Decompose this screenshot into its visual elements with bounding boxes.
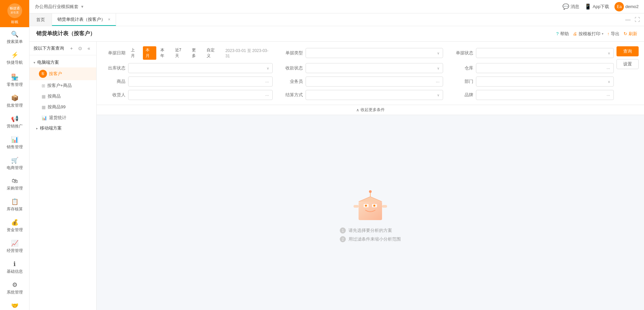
payment-status-label: 收款状态 <box>279 65 303 71</box>
date-range-text: 2023-03-01 至 2023-03-31 <box>225 48 273 58</box>
desktop-group-arrow: ▾ <box>34 61 35 64</box>
maximize-tab-btn[interactable]: ⛶ <box>635 17 640 23</box>
sidebar-item-retail[interactable]: 🏪 零售管理 <box>0 70 29 91</box>
empty-illustration <box>350 183 390 223</box>
export-btn[interactable]: ↑ 导出 <box>607 31 620 37</box>
svg-text:畅捷通: 畅捷通 <box>10 6 20 10</box>
delivery-select[interactable]: ∨ <box>128 63 273 73</box>
payment-method-arrow: ∨ <box>437 93 439 97</box>
dept-label: 部门 <box>450 79 473 85</box>
order-status-arrow: ∨ <box>608 51 610 55</box>
order-status-select[interactable]: ∨ <box>476 48 614 58</box>
download-icon: 📱 <box>585 3 591 10</box>
warehouse-input[interactable]: ··· <box>476 63 614 73</box>
industry-dropdown-icon[interactable]: ▾ <box>81 4 84 9</box>
tree-item-by-goods[interactable]: ▦ 按商品 <box>30 91 96 102</box>
order-type-arrow: ∨ <box>437 51 439 55</box>
payment-method-label: 结算方式 <box>279 92 303 98</box>
help-btn[interactable]: ? 帮助 <box>556 31 569 37</box>
sidebar-item-system[interactable]: ⚙ 系统管理 <box>0 278 29 299</box>
date-tab-custom[interactable]: 自定义 <box>204 46 221 60</box>
tab-close-btn[interactable]: × <box>108 17 110 22</box>
tree-item-customer-goods[interactable]: ⊞ 按客户+商品 <box>30 80 96 91</box>
sidebar-item-search[interactable]: 🔍 搜索菜单 <box>0 27 29 48</box>
date-tab-this-year[interactable]: 本年 <box>158 46 171 60</box>
query-button[interactable]: 查询 <box>616 46 639 56</box>
scheme-settings-btn[interactable]: ⊙ <box>77 45 84 52</box>
brand-label: 品牌 <box>450 92 473 98</box>
sidebar-item-marketing[interactable]: 📢 营销推广 <box>0 112 29 133</box>
order-type-select[interactable]: ∨ <box>306 48 443 58</box>
sidebar-item-label: 系统管理 <box>7 290 23 295</box>
tree-desktop-group-header[interactable]: ▾ 电脑端方案 <box>30 57 96 67</box>
logo-area[interactable]: 畅捷通 好生意 标账 <box>0 0 29 27</box>
warehouse-cell: 仓库 ··· <box>443 63 614 73</box>
order-type-label: 单据类型 <box>279 50 303 56</box>
warehouse-dots: ··· <box>606 66 610 71</box>
refresh-btn[interactable]: ↻ 刷新 <box>624 31 637 37</box>
svg-marker-4 <box>359 197 382 202</box>
goods-input[interactable]: ··· <box>128 76 273 87</box>
payment-status-select[interactable]: ∨ <box>306 63 443 73</box>
tab-bar: 首页 销货单统计表（按客户） × — ⛶ <box>30 13 644 26</box>
tree-item-by-goods99[interactable]: ▦ 按商品99 <box>30 102 96 112</box>
date-tab-7days[interactable]: 近7天 <box>172 46 188 60</box>
date-tab-more[interactable]: 更多 <box>189 46 203 60</box>
sidebar-item-collab[interactable]: 🤝 企业协同 <box>0 299 29 310</box>
receiver-cell: 收货人 ··· <box>102 90 273 100</box>
goods-dots: ··· <box>265 79 269 84</box>
tree-item-return-stats[interactable]: 📊 退货统计 <box>30 112 96 123</box>
staff-input[interactable]: ··· <box>306 76 443 87</box>
operations-icon: 📈 <box>11 240 18 247</box>
sidebar-item-wholesale[interactable]: 📦 批发管理 <box>0 91 29 112</box>
svg-point-10 <box>373 205 375 207</box>
tree-item-by-customer[interactable]: 客 按客户 <box>30 67 96 80</box>
receiver-input[interactable]: ··· <box>128 90 273 100</box>
sidebar-item-basics[interactable]: ℹ 基础信息 <box>0 257 29 278</box>
sidebar-item-inventory[interactable]: 📋 库存核算 <box>0 195 29 215</box>
ecommerce-icon: 🛒 <box>11 157 18 164</box>
sidebar-item-quick-nav[interactable]: ⚡ 快捷导航 <box>0 48 29 69</box>
receiver-dots: ··· <box>265 93 269 98</box>
sidebar-item-sales[interactable]: 📊 销售管理 <box>0 133 29 153</box>
collapse-panel-btn[interactable]: « <box>86 45 92 52</box>
svg-rect-13 <box>354 205 359 208</box>
system-icon: ⚙ <box>12 281 17 289</box>
app-download-label: App下载 <box>593 4 609 10</box>
sidebar-item-purchase[interactable]: 🛍 采购管理 <box>0 174 29 195</box>
basics-icon: ℹ <box>13 260 16 268</box>
user-area[interactable]: Ea demo2 <box>614 2 639 11</box>
tab-home[interactable]: 首页 <box>30 13 52 26</box>
tree-mobile-group-header[interactable]: ▸ 移动端方案 <box>30 123 96 133</box>
customer-goods-icon: ⊞ <box>42 83 45 88</box>
collapse-bar[interactable]: ∧ 收起更多条件 <box>97 105 644 115</box>
date-tab-last-month[interactable]: 上月 <box>128 46 142 60</box>
payment-method-cell: 结算方式 ∨ <box>273 90 443 100</box>
app-download-btn[interactable]: 📱 App下载 <box>585 3 609 10</box>
mobile-group-label: 移动端方案 <box>40 125 62 131</box>
dept-cell: 部门 ∨ <box>443 76 614 87</box>
add-scheme-btn[interactable]: + <box>68 45 75 52</box>
print-btn[interactable]: 🖨 按模板打印 ▾ <box>573 31 603 37</box>
sidebar-item-finance[interactable]: 💰 资金管理 <box>0 215 29 236</box>
dept-select[interactable]: ∨ <box>476 76 614 87</box>
date-tab-this-month[interactable]: 本月 <box>143 46 156 60</box>
sidebar-item-ecommerce[interactable]: 🛒 电商管理 <box>0 153 29 174</box>
payment-status-cell: 收款状态 ∨ <box>273 63 443 73</box>
empty-hint-1: 1 请先选择要分析的方案 <box>340 227 401 234</box>
brand-input[interactable]: ··· <box>476 90 614 100</box>
order-type-cell: 单据类型 ∨ <box>273 48 443 58</box>
minimize-tab-btn[interactable]: — <box>625 17 631 23</box>
sidebar-item-label: 资金管理 <box>7 227 23 233</box>
page-title: 销货单统计表（按客户） <box>36 30 95 37</box>
tree-item-label: 退货统计 <box>49 115 66 121</box>
collapse-icon: ∧ <box>356 108 359 112</box>
message-btn[interactable]: 💬 消息 <box>562 3 579 10</box>
panel-header: 按以下方案查询 + ⊙ « <box>30 42 96 55</box>
payment-method-select[interactable]: ∨ <box>306 90 443 100</box>
tab-active[interactable]: 销货单统计表（按客户） × <box>52 13 116 26</box>
hint-2-num: 2 <box>340 236 346 242</box>
settings-button[interactable]: 设置 <box>616 59 639 69</box>
marketing-icon: 📢 <box>11 115 18 122</box>
sidebar-item-operations[interactable]: 📈 经营管理 <box>0 236 29 257</box>
